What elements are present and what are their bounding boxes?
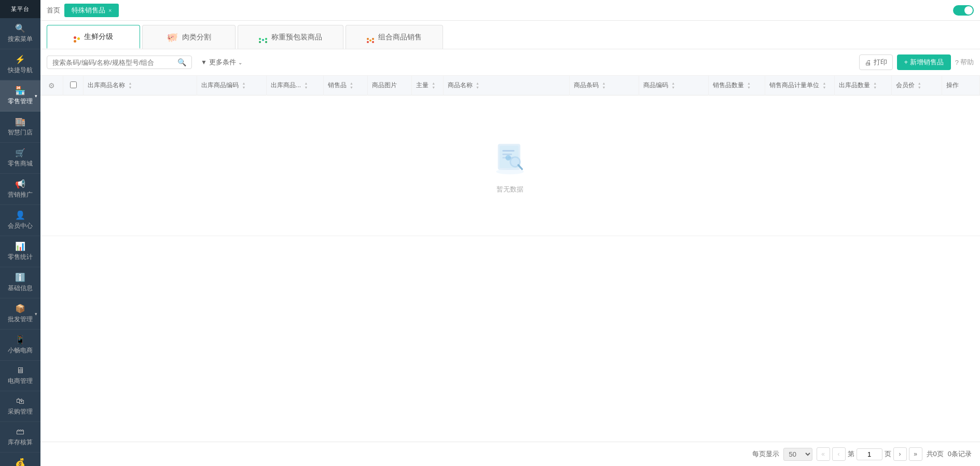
sidebar-item-retail-stats[interactable]: 📊 零售统计 xyxy=(0,236,40,267)
per-page-select[interactable]: 50 10 20 100 xyxy=(783,448,812,461)
sort-icons[interactable]: ▲▼ xyxy=(918,81,921,89)
th-main: 主量 ▲▼ xyxy=(411,76,443,95)
combo-sale-icon xyxy=(367,32,374,43)
sort-icons[interactable]: ▲▼ xyxy=(602,81,605,89)
basic-info-icon: ℹ️ xyxy=(15,272,25,282)
first-page-button[interactable]: « xyxy=(817,447,830,461)
close-tab-icon[interactable]: × xyxy=(108,7,112,13)
th-out-code: 出库商品编码 ▲▼ xyxy=(197,76,267,95)
sidebar-item-sales-promo[interactable]: 📢 营销推广 xyxy=(0,174,40,205)
inventory-icon: 🗃 xyxy=(16,427,24,436)
empty-illustration xyxy=(489,137,531,179)
total-pages: 共0页 xyxy=(927,449,944,459)
main-content: 首页 特殊销售品 × 生鲜分级 xyxy=(40,0,980,466)
sidebar-item-basic-info[interactable]: ℹ️ 基础信息 xyxy=(0,267,40,298)
add-sale-button[interactable]: + 新增销售品 xyxy=(897,54,951,70)
sort-icons[interactable]: ▲▼ xyxy=(350,81,353,89)
member-center-icon: 👤 xyxy=(15,210,25,220)
sidebar-item-label: 智慧门店 xyxy=(8,128,33,137)
sidebar-item-label: 基础信息 xyxy=(8,284,33,293)
sort-icons[interactable]: ▲▼ xyxy=(873,81,877,89)
sidebar-item-fund-mgmt[interactable]: 💰 资金管理 xyxy=(0,453,40,466)
sidebar-item-label: 库存核算 xyxy=(8,438,33,447)
page-input[interactable] xyxy=(857,448,882,460)
th-check[interactable] xyxy=(63,76,84,95)
tab-combo-sale[interactable]: 组合商品销售 xyxy=(346,25,443,49)
next-page-button[interactable]: › xyxy=(893,447,907,461)
total-records: 0条记录 xyxy=(948,449,972,459)
table-container[interactable]: ⚙ 出库商品名称 ▲▼ 出库商品编码 ▲▼ 出库商品... xyxy=(40,76,980,442)
home-link[interactable]: 首页 xyxy=(47,6,60,15)
sidebar-item-label: 电商管理 xyxy=(8,377,33,386)
page-suffix: 页 xyxy=(885,449,891,459)
data-table: ⚙ 出库商品名称 ▲▼ 出库商品编码 ▲▼ 出库商品... xyxy=(40,76,980,236)
sidebar-item-retail-mgmt[interactable]: 🏪 零售管理 xyxy=(0,80,40,112)
retail-mgmt-icon: 🏪 xyxy=(15,86,25,95)
sidebar-item-label: 搜索菜单 xyxy=(8,35,33,44)
sidebar-item-inventory[interactable]: 🗃 库存核算 xyxy=(0,422,40,453)
per-page-label: 每页显示 xyxy=(752,449,779,459)
filter-button[interactable]: ▼ 更多条件 ⌄ xyxy=(196,55,247,70)
tab-fresh-grade[interactable]: 生鲜分级 xyxy=(47,25,140,49)
sidebar-item-mini-ecom[interactable]: 📱 小畅电商 xyxy=(0,330,40,361)
sidebar-item-quick-nav[interactable]: ⚡ 快捷导航 xyxy=(0,49,40,80)
sort-icons[interactable]: ▲▼ xyxy=(242,81,246,89)
th-sale: 销售品 ▲▼ xyxy=(323,76,367,95)
th-goods-code: 商品编码 ▲▼ xyxy=(639,76,708,95)
tab-meat-cut[interactable]: 🐖 肉类分割 xyxy=(142,25,236,49)
sidebar-item-retail-mall[interactable]: 🛒 零售商城 xyxy=(0,143,40,174)
sidebar-item-smart-store[interactable]: 🏬 智慧门店 xyxy=(0,112,40,143)
meat-cut-icon: 🐖 xyxy=(167,32,178,43)
help-button[interactable]: ? 帮助 xyxy=(955,58,974,67)
quick-nav-icon: ⚡ xyxy=(15,54,25,64)
th-out-sku: 出库商品... ▲▼ xyxy=(267,76,324,95)
th-goods-name: 商品名称 ▲▼ xyxy=(443,76,569,95)
last-page-button[interactable]: » xyxy=(909,447,922,461)
active-tab-label: 特殊销售品 xyxy=(72,6,105,15)
prev-page-button[interactable]: ‹ xyxy=(832,447,846,461)
tab-meat-cut-label: 肉类分割 xyxy=(182,33,211,42)
search-input[interactable] xyxy=(52,59,174,66)
print-button[interactable]: 🖨 打印 xyxy=(859,54,893,70)
wholesale-mgmt-icon: 📦 xyxy=(15,304,25,313)
active-tab[interactable]: 特殊销售品 × xyxy=(64,4,119,17)
sort-icons[interactable]: ▲▼ xyxy=(823,81,826,89)
table-header-row: ⚙ 出库商品名称 ▲▼ 出库商品编码 ▲▼ 出库商品... xyxy=(40,76,980,95)
th-price: 会员价 ▲▼ xyxy=(891,76,942,95)
topbar-right xyxy=(953,5,974,16)
sidebar-item-wholesale-mgmt[interactable]: 📦 批发管理 xyxy=(0,298,40,330)
sidebar-item-label: 小畅电商 xyxy=(8,346,33,355)
sort-icons[interactable]: ▲▼ xyxy=(304,81,308,89)
th-op: 操作 xyxy=(942,76,979,95)
sidebar-item-label: 零售管理 xyxy=(8,97,33,106)
sort-icons[interactable]: ▲▼ xyxy=(432,81,435,89)
tab-weight-pack-label: 称重预包装商品 xyxy=(271,33,322,42)
sidebar-item-purchase-mgmt[interactable]: 🛍 采购管理 xyxy=(0,391,40,422)
th-out-qty: 出库品数量 ▲▼ xyxy=(835,76,892,95)
sort-icons[interactable]: ▲▼ xyxy=(129,81,132,89)
page-label: 第 xyxy=(848,449,854,459)
add-sale-label: + 新增销售品 xyxy=(904,58,944,67)
th-gear[interactable]: ⚙ xyxy=(40,76,63,95)
category-tabs: 生鲜分级 🐖 肉类分割 xyxy=(40,21,980,49)
sidebar-item-member-center[interactable]: 👤 会员中心 xyxy=(0,205,40,236)
sidebar-item-search-order[interactable]: 🔍 搜索菜单 xyxy=(0,18,40,49)
toggle-button[interactable] xyxy=(953,5,974,16)
sort-icons[interactable]: ▲▼ xyxy=(747,81,751,89)
help-icon: ? xyxy=(955,59,959,66)
filter-icon: ▼ xyxy=(201,59,207,66)
search-box[interactable]: 🔍 xyxy=(47,56,192,69)
th-goods-img: 商品图片 xyxy=(367,76,411,95)
sort-icons[interactable]: ▲▼ xyxy=(476,81,479,89)
sort-icons[interactable]: ▲▼ xyxy=(671,81,675,89)
gear-icon[interactable]: ⚙ xyxy=(48,81,55,90)
th-sale-qty: 销售品数量 ▲▼ xyxy=(708,76,765,95)
smart-store-icon: 🏬 xyxy=(15,117,25,127)
sidebar-item-label: 会员中心 xyxy=(8,222,33,230)
select-all-checkbox[interactable] xyxy=(70,81,77,88)
sidebar-item-ecom-mgmt[interactable]: 🖥 电商管理 xyxy=(0,361,40,391)
tab-weight-pack[interactable]: 称重预包装商品 xyxy=(238,25,343,49)
printer-icon: 🖨 xyxy=(865,59,872,66)
search-icon[interactable]: 🔍 xyxy=(177,58,186,66)
sidebar-item-label: 零售统计 xyxy=(8,253,33,262)
